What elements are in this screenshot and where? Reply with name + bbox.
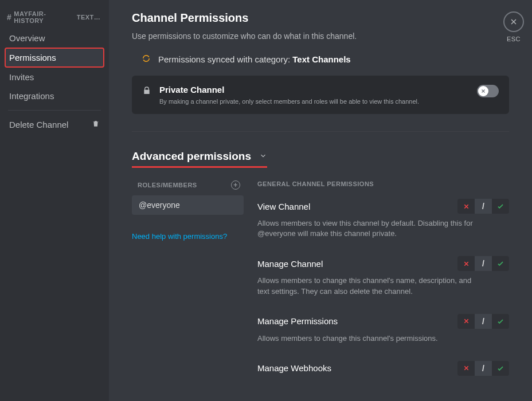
sync-icon bbox=[141, 53, 151, 65]
add-role-button[interactable]: + bbox=[231, 180, 240, 190]
perm-deny-button[interactable] bbox=[457, 361, 475, 376]
perm-passthrough-button[interactable]: / bbox=[475, 256, 492, 271]
perm-row-manage-webhooks: Manage Webhooks / bbox=[257, 361, 509, 376]
perm-name: Manage Channel bbox=[257, 259, 323, 269]
sync-text: Permissions synced with category: Text C… bbox=[158, 54, 351, 64]
perm-desc: Allows members to view this channel by d… bbox=[257, 218, 475, 239]
roles-column: ROLES/MEMBERS + @everyone Need help with… bbox=[132, 180, 244, 393]
toggle-knob bbox=[478, 86, 488, 96]
sync-row: Permissions synced with category: Text C… bbox=[132, 53, 509, 65]
role-item-everyone[interactable]: @everyone bbox=[132, 195, 244, 215]
sidebar-item-label: Integrations bbox=[9, 91, 54, 101]
sidebar-item-permissions[interactable]: Permissions bbox=[5, 48, 104, 68]
hash-icon: # bbox=[7, 13, 11, 22]
perm-desc: Allows members to change this channel's … bbox=[257, 333, 475, 344]
sidebar-item-label: Delete Channel bbox=[9, 120, 68, 129]
page-title: Channel Permissions bbox=[132, 11, 509, 25]
private-toggle[interactable] bbox=[477, 85, 499, 97]
close-label: ESC bbox=[503, 36, 524, 42]
sidebar-item-delete-channel[interactable]: Delete Channel bbox=[5, 115, 104, 134]
perm-allow-button[interactable] bbox=[492, 199, 509, 214]
help-link[interactable]: Need help with permissions? bbox=[132, 232, 244, 241]
tri-toggle: / bbox=[457, 256, 509, 271]
sync-prefix: Permissions synced with category: bbox=[158, 54, 292, 64]
private-channel-card: Private Channel By making a channel priv… bbox=[132, 76, 509, 114]
perm-allow-button[interactable] bbox=[492, 314, 509, 329]
sidebar-item-overview[interactable]: Overview bbox=[5, 29, 104, 48]
channel-header: # MAYFAIR-HISTORY TEXT … bbox=[5, 10, 104, 29]
perm-name: View Channel bbox=[257, 202, 310, 211]
divider bbox=[132, 131, 509, 132]
tri-toggle: / bbox=[457, 199, 509, 214]
tri-toggle: / bbox=[457, 314, 509, 329]
advanced-permissions-header[interactable]: Advanced permissions bbox=[132, 150, 267, 168]
close-button[interactable] bbox=[503, 11, 524, 32]
sidebar-item-label: Invites bbox=[9, 72, 34, 82]
role-label: @everyone bbox=[139, 200, 180, 210]
perm-passthrough-button[interactable]: / bbox=[475, 361, 492, 376]
perm-allow-button[interactable] bbox=[492, 361, 509, 376]
permissions-column: GENERAL CHANNEL PERMISSIONS View Channel… bbox=[257, 180, 509, 393]
perm-row-manage-channel: Manage Channel / Allows members to chang… bbox=[257, 256, 509, 296]
sidebar-item-label: Overview bbox=[9, 33, 45, 43]
permissions-section-title: GENERAL CHANNEL PERMISSIONS bbox=[257, 180, 509, 187]
perm-name: Manage Permissions bbox=[257, 316, 338, 326]
perm-deny-button[interactable] bbox=[457, 199, 475, 214]
tri-toggle: / bbox=[457, 361, 509, 376]
advanced-title: Advanced permissions bbox=[132, 150, 251, 163]
roles-heading: ROLES/MEMBERS bbox=[138, 182, 197, 188]
channel-name: MAYFAIR-HISTORY bbox=[14, 10, 75, 24]
settings-sidebar: # MAYFAIR-HISTORY TEXT … Overview Permis… bbox=[0, 0, 109, 401]
perm-allow-button[interactable] bbox=[492, 256, 509, 271]
close-wrap: ESC bbox=[503, 11, 524, 42]
perm-deny-button[interactable] bbox=[457, 314, 475, 329]
lock-icon bbox=[142, 86, 151, 97]
perm-name: Manage Webhooks bbox=[257, 363, 331, 373]
channel-type-label: TEXT … bbox=[77, 14, 102, 21]
sidebar-item-label: Permissions bbox=[9, 53, 56, 62]
sidebar-divider bbox=[8, 110, 101, 111]
perm-passthrough-button[interactable]: / bbox=[475, 199, 492, 214]
sidebar-item-integrations[interactable]: Integrations bbox=[5, 87, 104, 105]
page-subtitle: Use permissions to customize who can do … bbox=[132, 32, 509, 41]
perm-deny-button[interactable] bbox=[457, 256, 475, 271]
chevron-down-icon bbox=[259, 150, 267, 163]
private-title: Private Channel bbox=[159, 85, 419, 95]
trash-icon bbox=[92, 120, 100, 129]
sidebar-item-invites[interactable]: Invites bbox=[5, 68, 104, 87]
main-content: ESC Channel Permissions Use permissions … bbox=[109, 0, 532, 401]
private-desc: By making a channel private, only select… bbox=[159, 98, 419, 105]
perm-row-view-channel: View Channel / Allows members to view th… bbox=[257, 199, 509, 239]
perm-desc: Allows members to change this channel's … bbox=[257, 276, 475, 296]
sync-category: Text Channels bbox=[292, 54, 350, 64]
perm-row-manage-permissions: Manage Permissions / Allows members to c… bbox=[257, 314, 509, 344]
perm-passthrough-button[interactable]: / bbox=[475, 314, 492, 329]
